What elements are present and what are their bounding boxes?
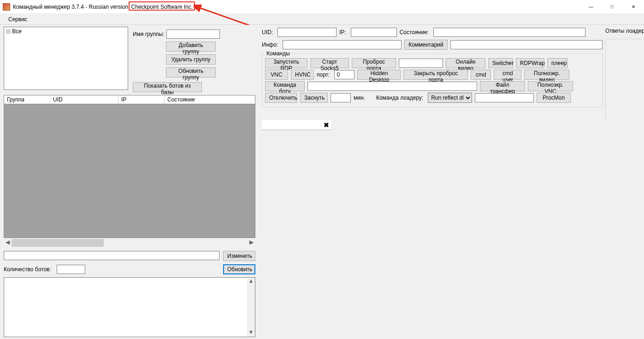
fullscreen-video-button[interactable]: Полноэкр. видео [524,70,569,80]
loader-command-select[interactable]: Run reflect dll [428,93,472,103]
vnc-button[interactable]: VNC [265,70,288,80]
cmd-user-button[interactable]: cmd user [494,70,521,80]
scroll-up-icon[interactable]: ▲ [247,278,255,285]
close-port-forward-button[interactable]: Закрыть проброс порта [403,70,468,80]
disconnect-button[interactable]: Отключить [265,93,297,103]
refresh-group-button[interactable]: Обновить группу [166,67,216,77]
edit-input[interactable] [4,251,219,260]
title-text-highlight: Checkpoint Software Inc. [131,4,193,10]
loader-answers-label: Ответы лоадер [605,28,644,34]
minutes-label: мин. [354,95,365,101]
title-text-prefix: Командный менеджер 3.7.4 - Russian versi… [13,4,131,10]
loader-answers-panel [605,39,642,120]
bot-command-input[interactable] [307,82,477,91]
close-button[interactable]: ✕ [623,0,644,13]
group-name-label: Имя группы: [133,31,165,37]
detail-panel [331,120,642,332]
cmd-button[interactable]: cmd [471,70,491,80]
run-rdp-button[interactable]: Запустить RDP [265,58,307,68]
tab-close-icon[interactable]: ✖ [324,121,329,129]
scroll-down-icon[interactable]: ▼ [247,329,255,337]
comment-input[interactable] [450,40,603,49]
titlebar: Командный менеджер 3.7.4 - Russian versi… [0,0,644,14]
sleep-minutes-input[interactable] [331,93,351,102]
delete-group-button[interactable]: Удалить группу [166,54,216,65]
minimize-button[interactable]: — [580,0,602,13]
refresh-button[interactable]: Обновить [223,264,255,274]
col-group[interactable]: Группа [4,95,50,104]
bot-command-button[interactable]: Команда боту [265,81,305,91]
switcher-button[interactable]: Switcher [488,58,513,68]
hvnc-button[interactable]: HVNC [291,70,314,80]
client-area: Все Имя группы: Добавить группу Удалить … [0,25,644,339]
log-textarea[interactable]: ▲ ▼ [4,277,255,337]
sleep-button[interactable]: Заснуть [300,93,328,103]
state-label: Состояние: [400,29,429,36]
bots-table-body[interactable] [4,104,255,238]
bots-table-header: Группа UID IP Состояние [4,95,255,104]
show-bots-button[interactable]: Показать ботов из базы [133,82,202,92]
loader-command-input[interactable] [475,93,534,102]
port-forward-input[interactable] [399,59,443,68]
fullscreen-vnc-button[interactable]: Полноэкр. VNC [528,81,573,91]
add-group-button[interactable]: Добавить группу [166,42,216,52]
log-vscrollbar[interactable]: ▲ ▼ [247,278,255,337]
uid-input[interactable] [278,28,337,37]
info-input[interactable] [283,40,402,49]
comment-button[interactable]: Комментарий [404,40,448,50]
scroll-right-icon[interactable]: ▶ [248,239,255,247]
scroll-thumb[interactable] [12,239,104,247]
hidden-desktop-button[interactable]: Hidden Desktop [357,70,401,80]
group-name-input[interactable] [166,30,220,39]
tree-root-all[interactable]: Все [6,28,126,35]
loader-command-label: Команда лоадеру: [376,95,423,101]
group-tree[interactable]: Все [4,27,128,90]
tab-strip: ✖ [262,120,331,130]
change-button[interactable]: Изменить [223,251,255,261]
uid-label: UID: [262,29,273,36]
player-button[interactable]: плеер [547,58,567,68]
online-video-button[interactable]: Онлайн видео [446,58,485,68]
file-transfer-button[interactable]: Файл трансфер [480,81,525,91]
info-label: Инфо: [262,42,278,48]
menu-service[interactable]: Сервис [5,15,31,24]
state-input[interactable] [433,28,585,37]
maximize-button[interactable]: □ [602,0,623,13]
rdpwrap-button[interactable]: RDPWrap [516,58,544,68]
ip-label: IP: [339,29,346,36]
col-state[interactable]: Состояние [165,95,255,104]
port-input[interactable] [334,70,354,79]
app-icon [3,3,10,11]
start-socks5-button[interactable]: Старт Socks5 [310,58,349,68]
bot-count-label: Количество ботов: [4,266,51,273]
commands-legend: Команды [265,50,291,57]
port-forward-button[interactable]: Проброс порта [352,58,396,68]
bot-count-input[interactable] [57,265,85,274]
ip-input[interactable] [351,28,397,37]
col-uid[interactable]: UID [50,95,118,104]
procmon-button[interactable]: ProcMon [537,93,571,103]
commands-group: Команды Запустить RDP Старт Socks5 Пробр… [262,54,603,107]
window-title: Командный менеджер 3.7.4 - Russian versi… [13,4,193,10]
menubar: Сервис [0,14,644,25]
port-label: порт: [317,71,330,78]
col-ip[interactable]: IP [118,95,165,104]
table-hscrollbar[interactable]: ◀ ▶ [4,239,255,247]
scroll-left-icon[interactable]: ◀ [4,239,12,247]
